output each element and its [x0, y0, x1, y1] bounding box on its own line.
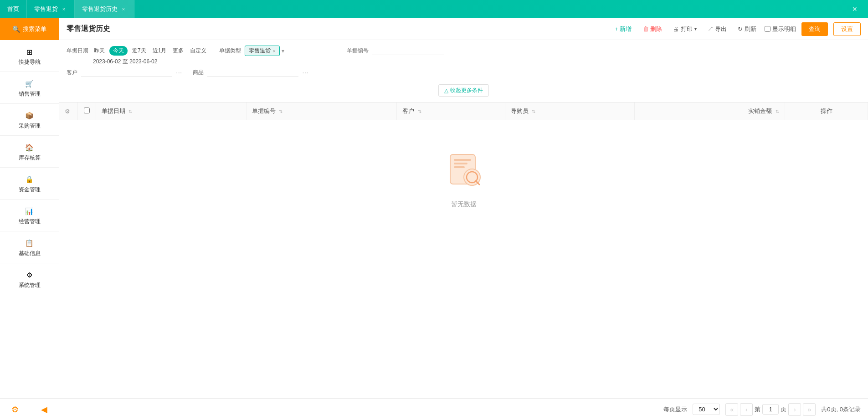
new-button[interactable]: + 新增: [612, 23, 634, 35]
tab-retail-return-history[interactable]: 零售退货历史 ×: [75, 0, 134, 18]
sidebar-bottom: ⚙ ◀: [0, 398, 59, 420]
filter-row-1: 单据日期 昨天 今天 近7天 近1月 更多 自定义 单据类型: [67, 46, 861, 56]
sidebar-item-purchase-label: 采购管理: [19, 122, 41, 130]
doc-type-close[interactable]: ×: [272, 48, 275, 54]
last-page-button[interactable]: »: [803, 403, 816, 416]
settings-button[interactable]: 设置: [833, 22, 861, 36]
sidebar-item-operations[interactable]: 📊 经营管理: [0, 200, 59, 231]
amount-sort-icon[interactable]: ⇅: [776, 109, 779, 114]
customer-input[interactable]: [81, 68, 172, 77]
tab-retail-return-label: 零售退货: [34, 5, 58, 13]
refresh-label: ↻ 刷新: [738, 25, 756, 33]
th-guide-label: 导购员: [511, 108, 529, 114]
date-option-custom[interactable]: 自定义: [188, 46, 208, 56]
goods-dots-icon[interactable]: ···: [302, 69, 308, 77]
tab-retail-return-close[interactable]: ×: [61, 6, 67, 12]
window-close-button[interactable]: ×: [848, 3, 861, 16]
pagination: 每页显示 10 20 50 100 « ‹ 第 页 › » 共0页, 0条记录: [59, 398, 868, 420]
svg-rect-1: [454, 159, 471, 161]
sidebar-item-inventory-label: 库存核算: [19, 154, 41, 162]
settings-bottom-icon[interactable]: ⚙: [11, 405, 19, 415]
th-checkbox: [77, 102, 96, 120]
inventory-icon: 🏠: [25, 143, 34, 152]
date-options: 昨天 今天 近7天 近1月 更多 自定义: [92, 46, 208, 56]
sidebar-item-inventory[interactable]: 🏠 库存核算: [0, 136, 59, 168]
prev-page-button[interactable]: ‹: [740, 403, 753, 416]
doc-type-tag: 零售退货 ×: [245, 46, 279, 56]
finance-icon: 🔒: [25, 175, 34, 184]
print-dropdown-icon: ▾: [694, 26, 697, 31]
sidebar-item-quick-nav-label: 快捷导航: [19, 58, 41, 66]
refresh-button[interactable]: ↻ 刷新: [735, 23, 759, 35]
sidebar-item-sys-mgmt[interactable]: ⚙ 系统管理: [0, 263, 59, 295]
sidebar-item-purchase-mgmt[interactable]: 📦 采购管理: [0, 104, 59, 136]
goods-input[interactable]: [207, 68, 298, 77]
first-page-button[interactable]: «: [725, 403, 738, 416]
query-button[interactable]: 查询: [801, 22, 828, 36]
top-bar-right: ×: [848, 3, 868, 16]
doc-no-sort-icon[interactable]: ⇅: [279, 109, 282, 114]
page-size-select[interactable]: 10 20 50 100: [693, 404, 720, 415]
doc-no-input[interactable]: [372, 46, 444, 55]
tab-retail-return-history-close[interactable]: ×: [120, 6, 127, 12]
delete-label: 🗑 删除: [643, 25, 663, 33]
export-button[interactable]: ↗ 导出: [705, 23, 730, 35]
tab-list: 首页 零售退货 × 零售退货历史 ×: [0, 0, 848, 18]
collapse-label: 收起更多条件: [450, 87, 483, 94]
sidebar-item-sales-mgmt[interactable]: 🛒 销售管理: [0, 72, 59, 104]
tab-retail-return[interactable]: 零售退货 ×: [27, 0, 75, 18]
date-option-more[interactable]: 更多: [171, 46, 185, 56]
sidebar-item-sales-label: 销售管理: [19, 90, 41, 98]
header-actions: + 新增 🗑 删除 🖨 打印 ▾ ↗ 导出 ↻ 刷新 显示明细: [612, 22, 861, 36]
customer-dots-icon[interactable]: ···: [176, 69, 182, 77]
sidebar-item-basic-info-label: 基础信息: [19, 250, 41, 257]
guide-sort-icon[interactable]: ⇅: [532, 109, 535, 114]
th-guide: 导购员 ⇅: [505, 102, 634, 120]
date-option-today[interactable]: 今天: [109, 46, 128, 56]
select-all-checkbox[interactable]: [84, 108, 90, 113]
collapse-button[interactable]: △ 收起更多条件: [438, 84, 489, 97]
doc-type-select-wrapper: 零售退货 × ▾: [245, 46, 336, 56]
sidebar-item-finance[interactable]: 🔒 资金管理: [0, 168, 59, 200]
collapse-up-icon: △: [444, 87, 448, 94]
next-page-button[interactable]: ›: [788, 403, 801, 416]
date-filter-group: 单据日期 昨天 今天 近7天 近1月 更多 自定义: [67, 46, 208, 56]
doc-date-sort-icon[interactable]: ⇅: [128, 109, 132, 114]
export-label: ↗ 导出: [708, 25, 727, 33]
tab-retail-return-history-label: 零售退货历史: [82, 5, 118, 13]
sidebar-item-basic-info[interactable]: 📋 基础信息: [0, 231, 59, 263]
customer-sort-icon[interactable]: ⇅: [418, 109, 421, 114]
doc-type-filter-group: 单据类型 零售退货 × ▾: [219, 46, 336, 56]
empty-state: 暂无数据: [59, 120, 868, 236]
show-detail-checkbox-group: 显示明细: [765, 25, 796, 33]
doc-type-label: 单据类型: [219, 47, 241, 55]
sales-mgmt-icon: 🛒: [25, 79, 34, 88]
delete-button[interactable]: 🗑 删除: [640, 23, 665, 35]
tab-home[interactable]: 首页: [0, 0, 27, 18]
doc-type-dropdown-icon[interactable]: ▾: [282, 48, 284, 54]
th-action-label: 操作: [821, 108, 832, 114]
doc-type-value: 零售退货: [249, 47, 271, 55]
print-button[interactable]: 🖨 打印 ▾: [670, 23, 699, 35]
date-option-yesterday[interactable]: 昨天: [92, 46, 107, 56]
date-option-1month[interactable]: 近1月: [151, 46, 169, 56]
table-settings-icon[interactable]: ⚙: [65, 108, 70, 115]
collapse-sidebar-icon[interactable]: ◀: [41, 405, 47, 415]
th-doc-date: 单据日期 ⇅: [96, 102, 246, 120]
sys-mgmt-icon: ⚙: [25, 271, 34, 280]
page-header: 零售退货历史 + 新增 🗑 删除 🖨 打印 ▾ ↗ 导出 ↻ 刷新: [59, 18, 868, 40]
table-wrapper: ⚙ 单据日期 ⇅ 单据编号 ⇅: [59, 102, 868, 398]
page-size-label: 每页显示: [663, 405, 687, 414]
new-label: + 新增: [615, 25, 632, 33]
th-settings: ⚙: [59, 102, 77, 120]
date-filter-label: 单据日期: [67, 47, 88, 55]
filter-area: 单据日期 昨天 今天 近7天 近1月 更多 自定义 单据类型: [59, 40, 868, 102]
date-option-7days[interactable]: 近7天: [130, 46, 148, 56]
sidebar-search[interactable]: 🔍 搜索菜单: [0, 18, 59, 40]
show-detail-checkbox[interactable]: [765, 26, 770, 32]
quick-nav-icon: ⊞: [25, 47, 34, 56]
page-number-input[interactable]: [762, 404, 779, 415]
sidebar-item-finance-label: 资金管理: [19, 186, 41, 194]
sidebar-item-quick-nav[interactable]: ⊞ 快捷导航: [0, 40, 59, 72]
sidebar-search-label: 搜索菜单: [23, 25, 46, 33]
